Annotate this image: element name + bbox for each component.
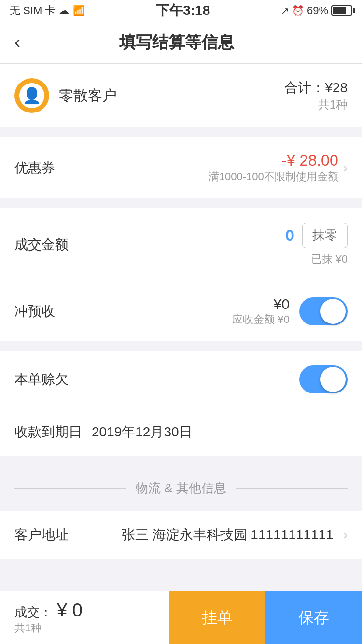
customer-row: 👤 零散客户 合计：¥28 共1种 <box>0 64 362 127</box>
divider-2 <box>0 198 362 208</box>
bottom-deal-row: 成交： ¥ 0 <box>14 600 154 621</box>
avatar-inner: 👤 <box>19 83 44 108</box>
address-section: 客户地址 张三 海淀永丰科技园 11111111111 › <box>0 511 362 559</box>
total-amount-label: 合计：¥28 <box>284 79 348 97</box>
bottom-btn-group: 挂单 保存 <box>169 591 362 644</box>
coupon-section: 优惠券 -¥ 28.00 满1000-100不限制使用金额 › <box>0 137 362 198</box>
divider-3 <box>0 341 362 351</box>
divider-4 <box>0 456 362 465</box>
customer-total: 合计：¥28 共1种 <box>284 79 348 112</box>
hold-button[interactable]: 挂单 <box>169 591 265 644</box>
coupon-text-block: -¥ 28.00 满1000-100不限制使用金额 <box>209 152 338 184</box>
transaction-label: 成交金额 <box>14 236 69 254</box>
battery-icon <box>331 5 352 16</box>
alarm-icon: ⏰ <box>292 5 304 16</box>
prepay-text: ¥0 应收金额 ¥0 <box>232 296 290 327</box>
address-value: 张三 海淀永丰科技园 11111111111 <box>78 526 334 544</box>
logistics-divider: 物流 & 其他信息 <box>14 480 348 497</box>
page-title: 填写结算等信息 <box>30 31 323 54</box>
address-chevron-icon: › <box>343 527 348 543</box>
status-left: 无 SIM 卡 ☁ 📶 <box>10 3 85 18</box>
status-right: ↗ ⏰ 69% <box>281 4 352 17</box>
due-date-label: 收款到期日 <box>14 423 82 441</box>
debt-toggle-knob <box>320 367 346 392</box>
bottom-bar: 成交： ¥ 0 共1种 挂单 保存 <box>0 591 362 644</box>
customer-name: 零散客户 <box>59 86 117 106</box>
due-date-value: 2019年12月30日 <box>92 423 193 441</box>
logistics-section: 物流 & 其他信息 <box>0 465 362 511</box>
content: 👤 零散客户 合计：¥28 共1种 优惠券 -¥ 28.00 满1000-100… <box>0 64 362 644</box>
no-sim-text: 无 SIM 卡 ☁ <box>10 3 69 18</box>
coupon-amount: -¥ 28.00 <box>209 152 338 169</box>
chevron-right-icon: › <box>343 160 348 176</box>
transaction-right: 0 抹零 已抹 ¥0 <box>285 223 348 266</box>
debt-row: 本单赊欠 <box>0 351 362 408</box>
transaction-top: 0 抹零 <box>285 223 348 248</box>
divider-line-right <box>236 488 348 489</box>
logistics-label: 物流 & 其他信息 <box>136 480 226 497</box>
prepay-toggle[interactable] <box>299 297 348 325</box>
avatar: 👤 <box>14 78 49 113</box>
coupon-row[interactable]: 优惠券 -¥ 28.00 满1000-100不限制使用金额 › <box>0 137 362 198</box>
address-row[interactable]: 客户地址 张三 海淀永丰科技园 11111111111 › <box>0 511 362 559</box>
bottom-summary: 成交： ¥ 0 共1种 <box>0 600 169 635</box>
battery-percent: 69% <box>307 4 328 17</box>
address-label: 客户地址 <box>14 526 69 544</box>
status-time: 下午3:18 <box>156 1 210 20</box>
transaction-row: 成交金额 0 抹零 已抹 ¥0 <box>0 208 362 281</box>
bottom-deal-label: 成交： <box>14 604 52 621</box>
coupon-desc: 满1000-100不限制使用金额 <box>209 169 338 184</box>
due-date-row[interactable]: 收款到期日 2019年12月30日 <box>0 408 362 456</box>
bottom-deal-amount: ¥ 0 <box>57 600 83 621</box>
customer-info: 👤 零散客户 <box>14 78 117 113</box>
total-count: 共1种 <box>284 97 348 112</box>
location-icon: ↗ <box>281 5 289 16</box>
prepay-right: ¥0 应收金额 ¥0 <box>232 296 348 327</box>
wifi-icon: 📶 <box>73 5 85 16</box>
transaction-sub: 已抹 ¥0 <box>311 252 348 266</box>
debt-toggle[interactable] <box>299 365 348 393</box>
prepay-sub: 应收金额 ¥0 <box>232 312 290 327</box>
status-bar: 无 SIM 卡 ☁ 📶 下午3:18 ↗ ⏰ 69% <box>0 0 362 21</box>
save-button[interactable]: 保存 <box>265 591 362 644</box>
nav-bar: ‹ 填写结算等信息 <box>0 21 362 64</box>
prepay-row: 冲预收 ¥0 应收金额 ¥0 <box>0 281 362 341</box>
user-icon: 👤 <box>22 86 42 105</box>
transaction-value[interactable]: 0 <box>285 226 294 245</box>
battery-fill <box>333 7 346 14</box>
toggle-knob <box>320 299 346 324</box>
divider-line-left <box>14 488 126 489</box>
prepay-label: 冲预收 <box>14 302 55 321</box>
divider-1 <box>0 127 362 137</box>
coupon-right: -¥ 28.00 满1000-100不限制使用金额 › <box>209 152 348 184</box>
debt-section: 本单赊欠 收款到期日 2019年12月30日 <box>0 351 362 456</box>
back-button[interactable]: ‹ <box>14 28 30 57</box>
prepay-amount: ¥0 <box>232 296 290 312</box>
debt-label: 本单赊欠 <box>14 370 69 389</box>
transaction-section: 成交金额 0 抹零 已抹 ¥0 冲预收 ¥0 应收金额 ¥0 <box>0 208 362 341</box>
bottom-count: 共1种 <box>14 621 154 635</box>
coupon-label: 优惠券 <box>14 159 55 177</box>
round-button[interactable]: 抹零 <box>302 223 348 248</box>
